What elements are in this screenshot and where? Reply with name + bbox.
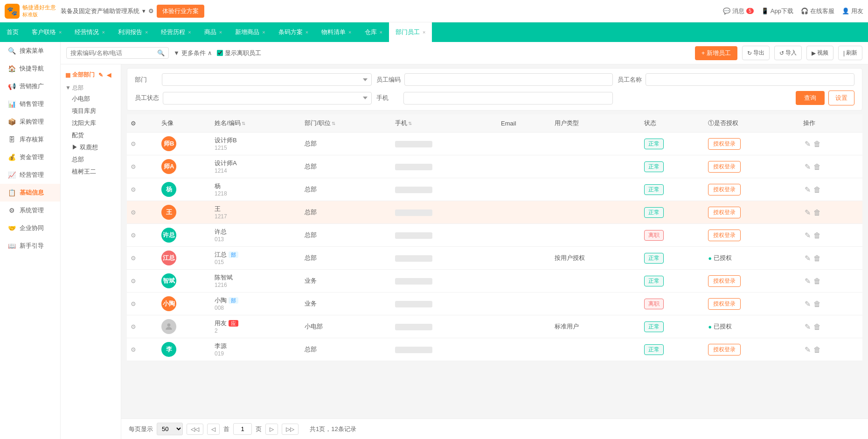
sidebar-item-采购管理[interactable]: 📦采购管理 (0, 113, 60, 131)
import-btn[interactable]: ↺ 导入 (774, 46, 802, 60)
export-btn[interactable]: ↻ 导出 (742, 46, 770, 60)
auth-btn[interactable]: 授权登录 (708, 161, 741, 173)
settings-row-icon[interactable]: ⚙ (131, 300, 136, 307)
page-size-select[interactable]: 50 100 (157, 423, 183, 435)
dept-header[interactable]: ▦全部部门✎◀ (61, 68, 121, 82)
phone-input[interactable] (403, 92, 613, 105)
auth-btn[interactable]: 授权登录 (708, 275, 741, 287)
close-tab-icon[interactable]: × (423, 29, 425, 35)
nav-tab-部门员工[interactable]: 部门员工× (389, 22, 432, 42)
sidebar-item-资金管理[interactable]: 💰资金管理 (0, 148, 60, 166)
edit-btn[interactable]: ✎ (805, 140, 811, 148)
view-btn[interactable]: ▶ 视频 (806, 46, 833, 60)
sidebar-item-销售管理[interactable]: 📊销售管理 (0, 95, 60, 113)
settings-row-icon[interactable]: ⚙ (131, 232, 136, 239)
sidebar-item-新手引导[interactable]: 📖新手引导 (0, 237, 60, 255)
dept-child-小电部[interactable]: 小电部 (61, 93, 121, 105)
close-tab-icon[interactable]: × (306, 29, 308, 35)
close-tab-icon[interactable]: × (188, 29, 191, 35)
nav-tab-条码方案[interactable]: 条码方案× (272, 22, 315, 42)
next-page-btn[interactable]: ▷ (265, 424, 278, 435)
edit-btn[interactable]: ✎ (805, 323, 811, 331)
nav-tab-首页[interactable]: 首页 (0, 22, 25, 42)
delete-btn[interactable]: 🗑 (813, 163, 821, 171)
search-input[interactable] (70, 49, 154, 56)
nav-tab-客户联络[interactable]: 客户联络× (25, 22, 68, 42)
close-tab-icon[interactable]: × (59, 29, 62, 35)
app-download-btn[interactable]: 📱 App下载 (761, 7, 793, 15)
first-page-btn[interactable]: ◁◁ (187, 424, 203, 435)
settings-row-icon[interactable]: ⚙ (131, 209, 136, 216)
sidebar-item-营销推广[interactable]: 📢营销推广 (0, 77, 60, 95)
settings-row-icon[interactable]: ⚙ (131, 346, 136, 353)
prev-page-btn[interactable]: ◁ (207, 424, 220, 435)
edit-icon[interactable]: ✎ (98, 72, 103, 78)
settings-icon[interactable]: ⚙ (148, 7, 154, 14)
edit-btn[interactable]: ✎ (805, 300, 811, 308)
close-tab-icon[interactable]: × (262, 29, 265, 35)
nav-tab-经营历程[interactable]: 经营历程× (154, 22, 197, 42)
edit-btn[interactable]: ✎ (805, 277, 811, 285)
dept-child-项目库房[interactable]: 项目库房 (61, 105, 121, 117)
delete-btn[interactable]: 🗑 (813, 254, 821, 262)
dept-child-双鹿想[interactable]: ▶ 双鹿想 (61, 141, 121, 153)
close-tab-icon[interactable]: × (219, 29, 222, 35)
print-btn[interactable]: | 刷新 (838, 46, 862, 60)
col-dept[interactable]: 部门/职位⇅ (301, 114, 391, 132)
nav-tab-物料清单[interactable]: 物料清单× (315, 22, 358, 42)
delete-btn[interactable]: 🗑 (813, 209, 821, 216)
auth-btn[interactable]: 授权登录 (708, 138, 741, 150)
edit-btn[interactable]: ✎ (805, 231, 811, 239)
online-service-btn[interactable]: 🎧 在线客服 (801, 7, 834, 15)
auth-btn[interactable]: 授权登录 (708, 344, 741, 355)
add-employee-btn[interactable]: + 新增员工 (695, 46, 737, 60)
nav-tab-商品[interactable]: 商品× (198, 22, 229, 42)
sidebar-item-系统管理[interactable]: ⚙系统管理 (0, 202, 60, 219)
page-input[interactable] (233, 423, 252, 435)
last-page-btn[interactable]: ▷▷ (282, 424, 299, 435)
nav-tab-新增商品[interactable]: 新增商品× (229, 22, 271, 42)
delete-btn[interactable]: 🗑 (813, 277, 821, 285)
close-tab-icon[interactable]: × (102, 29, 104, 35)
dept-select[interactable] (162, 73, 372, 86)
sidebar-item-企业协同[interactable]: 🤝企业协同 (0, 219, 60, 237)
query-btn[interactable]: 查询 (796, 91, 825, 105)
auth-btn[interactable]: 授权登录 (708, 298, 741, 310)
delete-btn[interactable]: 🗑 (813, 346, 821, 354)
collapse-icon[interactable]: ◀ (107, 72, 111, 78)
sidebar-item-库存核算[interactable]: 🗄库存核算 (0, 131, 60, 148)
close-tab-icon[interactable]: × (348, 29, 351, 35)
edit-btn[interactable]: ✎ (805, 186, 811, 194)
edit-btn[interactable]: ✎ (805, 346, 811, 354)
settings-row-icon[interactable]: ⚙ (131, 163, 136, 170)
sidebar-item-搜索菜单[interactable]: 🔍搜索菜单 (0, 42, 60, 60)
settings-row-icon[interactable]: ⚙ (131, 186, 136, 193)
empcode-input[interactable] (404, 73, 613, 86)
sidebar-item-基础信息[interactable]: 📋基础信息 (0, 184, 60, 202)
dept-child-植树王二[interactable]: 植树王二 (61, 166, 121, 178)
sidebar-item-经营管理[interactable]: 📈经营管理 (0, 166, 60, 184)
empname-input[interactable] (646, 73, 854, 86)
trial-btn[interactable]: 体验行业方案 (157, 5, 204, 18)
close-tab-icon[interactable]: × (380, 29, 382, 35)
chevron-down-icon[interactable]: ▾ (142, 7, 146, 14)
delete-btn[interactable]: 🗑 (813, 300, 821, 308)
set-btn[interactable]: 设置 (828, 91, 854, 105)
status-select[interactable] (163, 92, 372, 105)
dept-child-配货[interactable]: 配货 (61, 129, 121, 141)
auth-btn[interactable]: 授权登录 (708, 230, 741, 241)
message-btn[interactable]: 💬 消息 5 (723, 7, 754, 15)
settings-row-icon[interactable]: ⚙ (131, 278, 136, 285)
sidebar-item-快捷导航[interactable]: 🏠快捷导航 (0, 60, 60, 77)
auth-btn[interactable]: 授权登录 (708, 207, 741, 218)
show-resigned-checkbox[interactable]: 显示离职员工 (217, 49, 261, 57)
settings-row-icon[interactable]: ⚙ (131, 255, 136, 262)
delete-btn[interactable]: 🗑 (813, 323, 821, 331)
settings-row-icon[interactable]: ⚙ (131, 323, 136, 330)
delete-btn[interactable]: 🗑 (813, 140, 821, 148)
user-menu[interactable]: 👤 用友 (842, 7, 863, 15)
settings-row-icon[interactable]: ⚙ (131, 140, 136, 147)
dept-child-总部[interactable]: 总部 (61, 153, 121, 166)
dept-child-沈阳大库[interactable]: 沈阳大库 (61, 117, 121, 129)
edit-btn[interactable]: ✎ (805, 254, 811, 262)
